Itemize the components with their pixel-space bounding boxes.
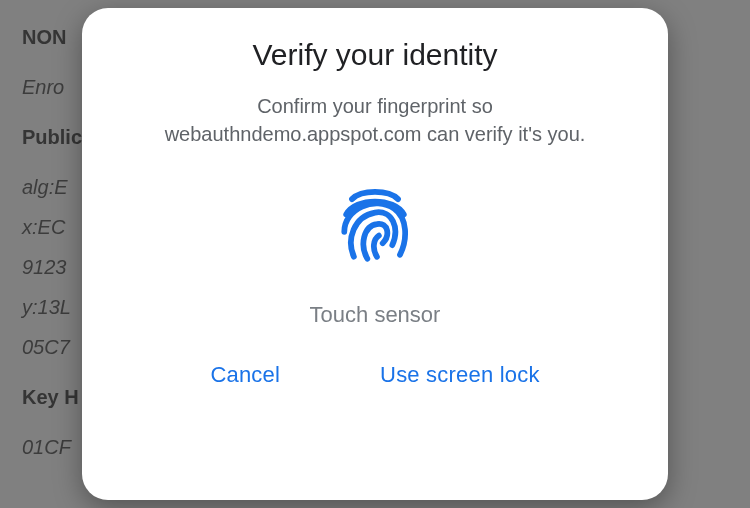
dialog-body: Confirm your fingerprint so webauthndemo… <box>145 92 605 148</box>
biometric-verify-dialog: Verify your identity Confirm your finger… <box>82 8 668 500</box>
app-screen: NON Enro Public alg:E x:EC 9123 y:13L 05… <box>0 0 750 508</box>
dialog-title: Verify your identity <box>252 38 497 72</box>
fingerprint-icon <box>327 178 423 274</box>
use-screen-lock-button[interactable]: Use screen lock <box>380 362 540 388</box>
cancel-button[interactable]: Cancel <box>210 362 280 388</box>
sensor-hint: Touch sensor <box>310 302 441 328</box>
dialog-actions: Cancel Use screen lock <box>122 362 628 388</box>
